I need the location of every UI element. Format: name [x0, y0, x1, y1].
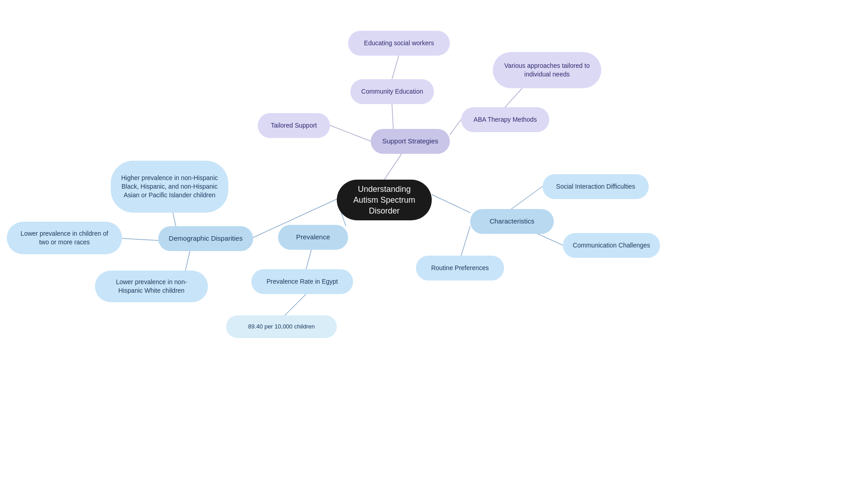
support-strategies-label: Support Strategies [382, 137, 438, 146]
svg-line-6 [432, 195, 470, 213]
prevalence-egypt-node: Prevalence Rate in Egypt [251, 269, 353, 294]
lower-prevalence-multirace-node: Lower prevalence in children of two or m… [7, 222, 122, 254]
prevalence-label: Prevalence [296, 233, 330, 242]
lower-prevalence-multirace-label: Lower prevalence in children of two or m… [16, 229, 113, 247]
community-education-node: Community Education [350, 79, 434, 104]
prevalence-egypt-label: Prevalence Rate in Egypt [267, 277, 338, 286]
lower-prevalence-white-node: Lower prevalence in non-Hispanic White c… [95, 271, 208, 302]
various-approaches-label: Various approaches tailored to individua… [502, 62, 592, 79]
aba-therapy-label: ABA Therapy Methods [474, 115, 537, 124]
connection-lines [0, 0, 868, 490]
higher-prevalence-node: Higher prevalence in non-Hispanic Black,… [111, 161, 228, 213]
characteristics-node: Characteristics [470, 209, 554, 234]
svg-line-4 [450, 119, 461, 135]
social-interaction-node: Social Interaction Difficulties [542, 174, 649, 199]
svg-line-9 [461, 226, 470, 256]
tailored-support-label: Tailored Support [271, 121, 317, 130]
prevalence-node: Prevalence [278, 225, 348, 250]
tailored-support-node: Tailored Support [258, 113, 330, 138]
lower-prevalence-white-label: Lower prevalence in non-Hispanic White c… [104, 278, 199, 295]
various-approaches-node: Various approaches tailored to individua… [493, 52, 601, 88]
educating-social-workers-label: Educating social workers [364, 39, 434, 48]
svg-line-1 [330, 125, 371, 141]
demographic-disparities-node: Demographic Disparities [158, 226, 253, 251]
routine-preferences-node: Routine Preferences [416, 256, 504, 281]
center-node: Understanding Autism Spectrum Disorder [337, 180, 432, 220]
characteristics-label: Characteristics [490, 217, 534, 226]
demographic-disparities-label: Demographic Disparities [169, 234, 242, 243]
higher-prevalence-label: Higher prevalence in non-Hispanic Black,… [120, 174, 219, 200]
support-strategies-node: Support Strategies [371, 129, 450, 154]
educating-social-workers-node: Educating social workers [348, 31, 450, 56]
svg-line-2 [392, 104, 393, 129]
svg-line-5 [505, 88, 522, 107]
rate-value-label: 89.40 per 10,000 children [248, 323, 315, 331]
svg-line-12 [285, 294, 306, 315]
svg-line-16 [185, 251, 190, 271]
aba-therapy-node: ABA Therapy Methods [461, 107, 549, 132]
routine-preferences-label: Routine Preferences [431, 264, 489, 272]
communication-challenges-node: Communication Challenges [563, 233, 660, 258]
svg-line-15 [122, 238, 163, 241]
center-label: Understanding Autism Spectrum Disorder [346, 184, 423, 217]
community-education-label: Community Education [361, 87, 423, 96]
social-interaction-label: Social Interaction Difficulties [556, 182, 635, 191]
svg-line-3 [392, 56, 399, 79]
communication-challenges-label: Communication Challenges [573, 241, 650, 250]
rate-value-node: 89.40 per 10,000 children [226, 315, 337, 338]
